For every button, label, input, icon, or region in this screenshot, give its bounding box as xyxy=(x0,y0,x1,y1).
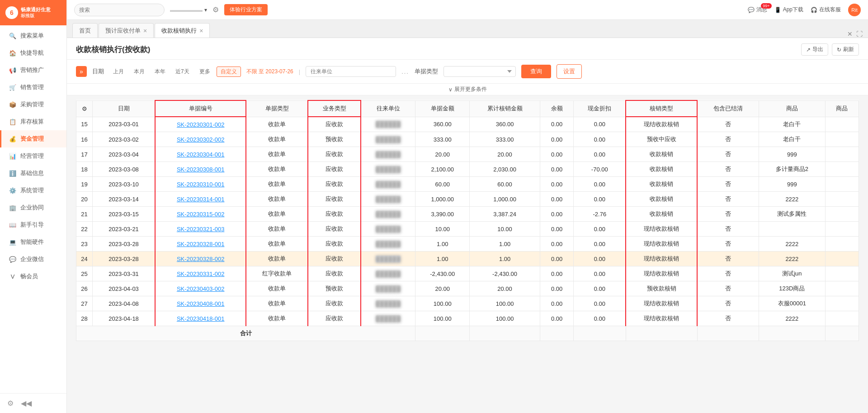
sidebar-item-basic[interactable]: ℹ️ 基础信息 xyxy=(0,165,66,182)
sidebar-item-operation[interactable]: 📊 经营管理 xyxy=(0,147,66,165)
doc-no-link[interactable]: SK-20230304-001 xyxy=(177,151,225,158)
partner-filter-input[interactable] xyxy=(306,66,396,77)
row-balance: 0.00 xyxy=(540,266,574,281)
sidebar-item-quicknav[interactable]: 🏠 快捷导航 xyxy=(0,44,66,62)
doc-no-link[interactable]: SK-20230418-001 xyxy=(177,315,225,322)
sidebar-item-sales[interactable]: 🛒 销售管理 xyxy=(0,79,66,96)
row-goods: 多计量商品2 xyxy=(759,162,825,177)
th-included[interactable]: 包含已结清 xyxy=(697,100,759,117)
th-discount[interactable]: 现金折扣 xyxy=(574,100,626,117)
row-date: 2023-03-21 xyxy=(93,222,156,237)
sidebar-item-purchase[interactable]: 📦 采购管理 xyxy=(0,96,66,113)
sidebar-item-member[interactable]: V 畅会员 xyxy=(0,268,66,285)
gear-icon[interactable]: ⚙ xyxy=(212,5,219,14)
doc-no-link[interactable]: SK-20230302-002 xyxy=(177,136,225,143)
doc-no-link[interactable]: SK-20230314-001 xyxy=(177,196,225,203)
th-doc-type[interactable]: 单据类型 xyxy=(246,100,308,117)
tab-home[interactable]: 首页 xyxy=(72,23,98,38)
doc-no-link[interactable]: SK-20230321-003 xyxy=(177,226,225,233)
th-settings[interactable]: ⚙ xyxy=(76,100,93,117)
sidebar-item-marketing[interactable]: 📢 营销推广 xyxy=(0,62,66,79)
row-writeoff: 1.00 xyxy=(470,237,540,252)
data-table: ⚙ 日期 单据编号 单据类型 业务类型 往来单位 单据金额 累计核销金额 余额 … xyxy=(76,100,859,341)
row-date: 2023-03-15 xyxy=(93,207,156,222)
date-chip-last-month[interactable]: 上月 xyxy=(109,67,127,76)
messages-badge[interactable]: 💬 消息 99+ xyxy=(748,6,767,14)
row-goods: 2222 xyxy=(759,192,825,207)
row-balance: 0.00 xyxy=(540,296,574,311)
refresh-button[interactable]: ↻ 刷新 xyxy=(832,43,859,56)
th-writeoff-amount[interactable]: 累计核销金额 xyxy=(470,100,540,117)
workspace-dropdown[interactable]: ▬▬▬▬▬▬ ▾ xyxy=(170,7,207,13)
export-button[interactable]: ↗ 导出 xyxy=(801,43,828,56)
close-tab-button[interactable]: ✕ xyxy=(847,30,853,38)
doc-no-link[interactable]: SK-20230408-001 xyxy=(177,300,225,307)
query-button[interactable]: 查询 xyxy=(521,65,551,78)
th-doc-no[interactable]: 单据编号 xyxy=(155,100,246,117)
row-balance: 0.00 xyxy=(540,132,574,147)
industry-solution-button[interactable]: 体验行业方案 xyxy=(224,4,268,15)
filter-expand-button[interactable]: » xyxy=(76,66,87,77)
date-chip-more[interactable]: 更多 xyxy=(196,67,214,76)
doc-no-link[interactable]: SK-20230310-001 xyxy=(177,181,225,188)
row-doc-type: 收款单 xyxy=(246,132,308,147)
sidebar-item-finance[interactable]: 💰 资金管理 xyxy=(0,130,66,147)
th-goods2[interactable]: 商品 xyxy=(825,100,859,117)
row-partner: ██████ xyxy=(361,132,415,147)
doc-no-link[interactable]: SK-20230308-001 xyxy=(177,166,225,173)
sidebar-item-wechat[interactable]: 💬 企业微信 xyxy=(0,251,66,268)
th-biz-type[interactable]: 业务类型 xyxy=(308,100,361,117)
row-goods2 xyxy=(825,296,859,311)
row-doc-type: 收款单 xyxy=(246,207,308,222)
sidebar-item-enterprise[interactable]: 🏢 企业协同 xyxy=(0,199,66,216)
voucher-type-label: 单据类型 xyxy=(415,67,438,76)
th-goods[interactable]: 商品 xyxy=(759,100,825,117)
date-chip-custom[interactable]: 自定义 xyxy=(217,66,241,77)
collapse-icon[interactable]: ◀◀ xyxy=(21,399,32,408)
row-date: 2023-03-01 xyxy=(93,117,156,132)
search-input[interactable] xyxy=(74,4,165,16)
voucher-type-select[interactable] xyxy=(443,66,516,77)
tab-receivable-close-icon[interactable]: × xyxy=(143,28,147,34)
doc-no-link[interactable]: SK-20230315-002 xyxy=(177,211,225,218)
row-biz-type: 应收款 xyxy=(308,222,361,237)
row-balance: 0.00 xyxy=(540,147,574,162)
tab-writeoff[interactable]: 收款核销执行 × xyxy=(155,23,210,38)
doc-no-link[interactable]: SK-20230301-002 xyxy=(177,121,225,128)
expand-more-button[interactable]: ∨ 展开更多条件 xyxy=(448,85,487,93)
sidebar-item-search[interactable]: 🔍 搜索菜单 xyxy=(0,27,66,44)
sidebar-item-hardware[interactable]: 💻 智能硬件 xyxy=(0,233,66,251)
row-goods2 xyxy=(825,266,859,281)
tab-receivable[interactable]: 预计应收付单 × xyxy=(99,23,154,38)
tab-writeoff-close-icon[interactable]: × xyxy=(199,28,203,34)
row-biz-type: 应收款 xyxy=(308,117,361,132)
system-icon: ⚙️ xyxy=(9,186,17,195)
filter-settings-button[interactable]: 设置 xyxy=(557,64,582,79)
sidebar-item-guide[interactable]: 📖 新手引导 xyxy=(0,216,66,233)
th-amount[interactable]: 单据金额 xyxy=(415,100,470,117)
th-writeoff-type[interactable]: 核销类型 xyxy=(626,100,697,117)
doc-no-link[interactable]: SK-20230403-002 xyxy=(177,285,225,292)
date-chip-this-year[interactable]: 本年 xyxy=(151,67,169,76)
th-balance[interactable]: 余额 xyxy=(540,100,574,117)
date-chip-this-month[interactable]: 本月 xyxy=(130,67,148,76)
th-partner[interactable]: 往来单位 xyxy=(361,100,415,117)
settings-icon[interactable]: ⚙ xyxy=(7,399,14,408)
row-writeoff: 1,000.00 xyxy=(470,192,540,207)
sidebar-item-inventory[interactable]: 📋 库存核算 xyxy=(0,113,66,130)
sidebar-item-system[interactable]: ⚙️ 系统管理 xyxy=(0,182,66,199)
inventory-icon: 📋 xyxy=(9,118,17,126)
app-download-link[interactable]: 📱 App下载 xyxy=(774,6,803,14)
user-avatar[interactable]: Rit xyxy=(848,4,861,16)
expand-tab-button[interactable]: ⛶ xyxy=(856,30,863,38)
row-discount: 0.00 xyxy=(574,192,626,207)
doc-no-link[interactable]: SK-20230328-002 xyxy=(177,256,225,262)
th-date[interactable]: 日期 xyxy=(93,100,156,117)
date-chip-7days[interactable]: 近7天 xyxy=(172,67,193,76)
row-goods: 老白干 xyxy=(759,117,825,132)
doc-no-link[interactable]: SK-20230328-001 xyxy=(177,241,225,247)
doc-no-link[interactable]: SK-20230331-002 xyxy=(177,271,225,277)
tab-writeoff-label: 收款核销执行 xyxy=(161,27,197,35)
online-service-link[interactable]: 🎧 在线客服 xyxy=(811,6,841,14)
row-number: 15 xyxy=(76,117,93,132)
